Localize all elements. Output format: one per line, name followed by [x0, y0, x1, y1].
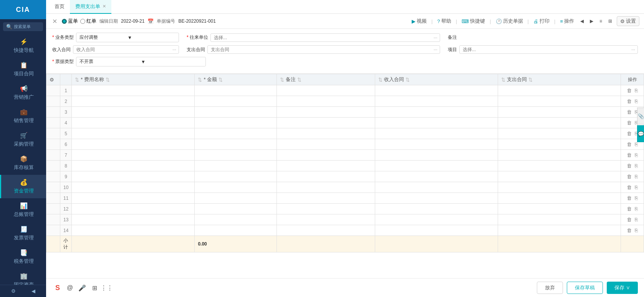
- table-cell-note[interactable]: [276, 128, 375, 139]
- attach-float-btn[interactable]: 📎: [637, 108, 644, 124]
- expense-contract-input[interactable]: ···: [207, 45, 440, 54]
- table-cell-amount[interactable]: [195, 214, 276, 225]
- sidebar-item-sales-mgmt[interactable]: 💼销售管理: [0, 105, 46, 128]
- table-cell-expense-contract[interactable]: [498, 182, 621, 193]
- tab-close-expense-sheet[interactable]: ✕: [103, 4, 106, 9]
- copy-icon[interactable]: ⎘: [635, 195, 638, 201]
- partner-input[interactable]: ···: [210, 33, 440, 42]
- ops-btn[interactable]: ≡ 操作: [558, 17, 576, 25]
- income-contract-input[interactable]: ···: [73, 45, 179, 54]
- brand-s-icon[interactable]: S: [52, 282, 63, 293]
- video-btn[interactable]: ▶ 视频: [410, 17, 428, 25]
- history-btn[interactable]: 🕐 历史单据: [494, 17, 525, 25]
- table-cell-amount[interactable]: [195, 96, 276, 107]
- table-cell-income-contract[interactable]: [375, 225, 498, 236]
- table-cell-note[interactable]: [276, 182, 375, 193]
- table-cell-income-contract[interactable]: [375, 150, 498, 161]
- table-cell-income-contract[interactable]: [375, 128, 498, 139]
- delete-icon[interactable]: 🗑: [627, 174, 632, 179]
- table-cell-expense-contract[interactable]: [498, 193, 621, 204]
- table-cell-expense-contract[interactable]: [498, 214, 621, 225]
- partner-dots-btn[interactable]: ···: [431, 35, 440, 40]
- table-cell-amount[interactable]: [195, 118, 276, 128]
- table-cell-amount[interactable]: [195, 107, 276, 118]
- th-amount[interactable]: ⇅ * 金额 ⇅: [195, 74, 276, 85]
- table-cell-expense-name[interactable]: [72, 150, 195, 161]
- table-cell-income-contract[interactable]: [375, 96, 498, 107]
- copy-icon[interactable]: ⎘: [635, 227, 638, 233]
- shortcut-btn[interactable]: ⌨ 快捷键: [460, 17, 487, 25]
- table-cell-amount[interactable]: [195, 171, 276, 182]
- table-icon[interactable]: ⊞: [89, 282, 100, 293]
- table-cell-income-contract[interactable]: [375, 204, 498, 214]
- delete-icon[interactable]: 🗑: [627, 217, 632, 222]
- table-cell-amount[interactable]: [195, 161, 276, 171]
- table-cell-amount[interactable]: [195, 182, 276, 193]
- expense-contract-text[interactable]: [208, 46, 431, 53]
- table-cell-note[interactable]: [276, 225, 375, 236]
- sidebar-item-fixed-assets[interactable]: 🏢固定资产: [0, 269, 46, 285]
- th-settings[interactable]: ⚙: [46, 74, 60, 85]
- delete-icon[interactable]: 🗑: [627, 195, 632, 201]
- close-button[interactable]: ✕: [51, 18, 59, 25]
- table-cell-expense-name[interactable]: [72, 107, 195, 118]
- delete-icon[interactable]: 🗑: [627, 227, 632, 233]
- table-cell-note[interactable]: [276, 139, 375, 150]
- blue-radio[interactable]: 蓝单: [62, 18, 78, 25]
- mic-icon[interactable]: 🎤: [77, 282, 88, 293]
- table-cell-note[interactable]: [276, 171, 375, 182]
- settings-icon[interactable]: ⚙: [11, 288, 16, 294]
- sidebar-item-project-contract[interactable]: 📋项目合同: [0, 58, 46, 81]
- discard-button[interactable]: 放弃: [537, 282, 563, 294]
- table-cell-amount[interactable]: [195, 204, 276, 214]
- apps-icon[interactable]: ⋮⋮: [101, 282, 112, 293]
- red-radio[interactable]: 红单: [80, 18, 96, 25]
- print-btn[interactable]: 🖨 打印: [532, 17, 551, 25]
- sidebar-item-inventory[interactable]: 📦库存核算: [0, 151, 46, 175]
- income-contract-text[interactable]: [73, 46, 170, 53]
- at-icon[interactable]: @: [65, 282, 75, 293]
- table-cell-expense-name[interactable]: [72, 214, 195, 225]
- table-cell-amount[interactable]: [195, 139, 276, 150]
- copy-icon[interactable]: ⎘: [635, 88, 638, 93]
- table-cell-income-contract[interactable]: [375, 139, 498, 150]
- table-cell-expense-name[interactable]: [72, 171, 195, 182]
- project-input[interactable]: ···: [459, 45, 638, 54]
- table-cell-expense-contract[interactable]: [498, 161, 621, 171]
- table-cell-expense-name[interactable]: [72, 139, 195, 150]
- table-cell-expense-name[interactable]: [72, 85, 195, 96]
- sidebar-item-invoice-mgmt[interactable]: 🧾发票管理: [0, 222, 46, 245]
- table-cell-expense-contract[interactable]: [498, 128, 621, 139]
- table-cell-amount[interactable]: [195, 85, 276, 96]
- delete-icon[interactable]: 🗑: [627, 184, 632, 190]
- table-cell-income-contract[interactable]: [375, 85, 498, 96]
- copy-icon[interactable]: ⎘: [635, 174, 638, 179]
- table-cell-expense-name[interactable]: [72, 204, 195, 214]
- delete-icon[interactable]: 🗑: [627, 109, 632, 115]
- view-list-btn[interactable]: ≡: [598, 18, 604, 25]
- table-cell-income-contract[interactable]: [375, 161, 498, 171]
- sidebar-item-capital-mgmt[interactable]: 💰资金管理: [0, 175, 46, 198]
- delete-icon[interactable]: 🗑: [627, 88, 632, 93]
- table-cell-income-contract[interactable]: [375, 118, 498, 128]
- table-cell-expense-name[interactable]: [72, 128, 195, 139]
- table-cell-note[interactable]: [276, 96, 375, 107]
- copy-icon[interactable]: ⎘: [635, 217, 638, 222]
- table-cell-expense-contract[interactable]: [498, 118, 621, 128]
- sidebar-item-purchase-mgmt[interactable]: 🛒采购管理: [0, 128, 46, 151]
- table-cell-income-contract[interactable]: [375, 214, 498, 225]
- copy-icon[interactable]: ⎘: [635, 184, 638, 190]
- delete-icon[interactable]: 🗑: [627, 98, 632, 104]
- table-cell-expense-contract[interactable]: [498, 96, 621, 107]
- project-text[interactable]: [460, 46, 629, 53]
- th-note[interactable]: ⇅ 备注 ⇅: [276, 74, 375, 85]
- delete-icon[interactable]: 🗑: [627, 131, 632, 136]
- nav-prev-btn[interactable]: ◀: [579, 18, 585, 25]
- table-cell-note[interactable]: [276, 150, 375, 161]
- table-cell-expense-contract[interactable]: [498, 225, 621, 236]
- volume-icon[interactable]: ◀: [31, 288, 35, 294]
- expense-contract-dots-btn[interactable]: ···: [431, 47, 440, 52]
- table-cell-income-contract[interactable]: [375, 107, 498, 118]
- table-cell-expense-name[interactable]: [72, 193, 195, 204]
- table-cell-note[interactable]: [276, 107, 375, 118]
